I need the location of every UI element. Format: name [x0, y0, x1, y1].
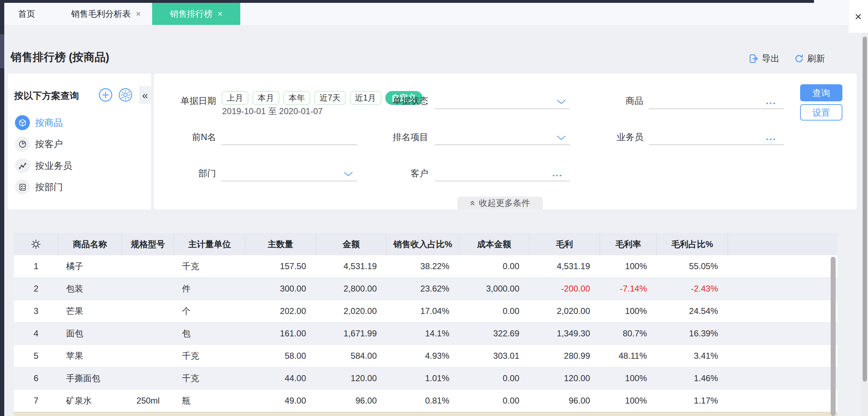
table-row[interactable]: 1橘子千克157.504,531.1938.22%0.004,531.19100… — [14, 255, 837, 278]
cell-unit: 瓶 — [174, 390, 245, 412]
date-preset-pill[interactable]: 本年 — [283, 91, 310, 105]
sidebar-collapse-icon[interactable]: « — [139, 86, 151, 104]
cell-spec — [122, 278, 174, 300]
salesman-picker[interactable]: ••• — [649, 129, 784, 145]
tab-close-icon[interactable]: × — [218, 9, 223, 19]
window-scrollbar-thumb[interactable] — [863, 37, 867, 382]
settings-button[interactable]: 设置 — [800, 104, 842, 121]
chevron-down-icon[interactable] — [344, 172, 353, 176]
pie-icon — [15, 137, 30, 151]
cell-revenue_pct: 14.1% — [387, 322, 459, 345]
chevron-down-icon[interactable] — [557, 100, 566, 104]
page-title: 销售排行榜 (按商品) — [11, 50, 109, 65]
column-header[interactable]: 商品名称 — [58, 233, 122, 255]
tab-gross-profit-analysis[interactable]: 销售毛利分析表 × — [58, 3, 154, 25]
column-header[interactable]: 主计量单位 — [174, 233, 245, 255]
tab-home[interactable]: 首页 — [7, 3, 46, 25]
date-label: 单据日期 — [154, 95, 216, 107]
cell-rank: 2 — [14, 278, 58, 300]
sidebar-item-by-salesman[interactable]: 按业务员 — [15, 158, 72, 174]
sidebar-item-by-customer[interactable]: 按客户 — [15, 136, 63, 152]
date-preset-pill[interactable]: 本月 — [252, 91, 279, 105]
cell-qty: 49.00 — [245, 390, 316, 412]
ellipsis-picker-icon[interactable]: ••• — [552, 172, 563, 179]
cell-revenue_pct: 0.81% — [387, 390, 459, 412]
date-preset-pill[interactable]: 近7天 — [314, 91, 346, 105]
cell-profit_rate: 100% — [600, 300, 657, 322]
column-header[interactable]: 毛利占比% — [657, 233, 728, 255]
cell-amount: 584.00 — [316, 345, 387, 367]
cell-spec — [122, 345, 174, 367]
cell-cost: 3,000.00 — [459, 278, 529, 300]
product-label: 商品 — [604, 95, 643, 107]
cell-cost: 0.00 — [459, 255, 529, 277]
refresh-button[interactable]: 刷新 — [794, 53, 825, 64]
cell-unit: 个 — [174, 300, 245, 322]
column-header[interactable]: 毛利 — [529, 233, 600, 255]
date-preset-pill[interactable]: 上月 — [221, 91, 248, 105]
cell-profit: -200.00 — [529, 278, 600, 300]
add-scheme-button[interactable] — [98, 88, 113, 102]
app-root: 首页 销售毛利分析表 × 销售排行榜 × × 销售排行榜 (按商品) 导出 刷新… — [0, 0, 868, 416]
cell-spec — [122, 255, 174, 277]
cell-profit_pct: 16.39% — [657, 322, 728, 345]
cell-profit_pct: 1.46% — [657, 367, 728, 389]
cell-spec — [122, 367, 174, 389]
table-row[interactable]: 6手撕面包千克44.00120.001.01%0.00120.00100%1.4… — [14, 367, 837, 390]
column-header[interactable]: 成本金额 — [459, 233, 529, 255]
tab-label: 销售排行榜 — [170, 8, 213, 20]
table-settings-gear-icon[interactable] — [14, 233, 58, 255]
cube-icon — [15, 115, 30, 130]
sidebar-item-by-dept[interactable]: 按部门 — [15, 179, 63, 195]
topn-input[interactable] — [221, 129, 357, 145]
cell-profit_rate: -7.14% — [600, 278, 657, 300]
refresh-icon — [794, 54, 804, 64]
status-select[interactable] — [435, 93, 570, 109]
window-close-button[interactable]: × — [848, 0, 868, 33]
ellipsis-picker-icon[interactable]: ••• — [766, 100, 777, 107]
dept-select[interactable] — [221, 165, 357, 181]
query-button[interactable]: 查询 — [800, 84, 842, 101]
sidebar-item-label: 按业务员 — [35, 160, 72, 172]
sidebar-item-label: 按商品 — [35, 117, 63, 129]
customer-picker[interactable]: ••• — [435, 165, 570, 181]
cell-spec — [122, 322, 174, 345]
tab-label: 销售毛利分析表 — [71, 8, 131, 20]
refresh-label: 刷新 — [807, 53, 825, 64]
table-row[interactable]: 7矿泉水250ml瓶49.0096.000.81%0.0096.00100%1.… — [14, 390, 837, 412]
column-header[interactable]: 金额 — [316, 233, 387, 255]
cell-amount: 2,800.00 — [316, 278, 387, 300]
cell-empty — [728, 255, 837, 277]
scheme-settings-gear-icon[interactable] — [118, 88, 133, 102]
ellipsis-picker-icon[interactable]: ••• — [766, 136, 777, 143]
tab-close-icon[interactable]: × — [136, 9, 141, 19]
collapse-label: 收起更多条件 — [479, 197, 530, 209]
table-scrollbar-thumb[interactable] — [831, 257, 836, 416]
column-header[interactable]: 规格型号 — [122, 233, 174, 255]
column-header[interactable]: 销售收入占比% — [387, 233, 459, 255]
cell-qty: 157.50 — [245, 255, 316, 277]
column-header[interactable]: 主数量 — [245, 233, 316, 255]
table-row[interactable]: 3芒果个202.002,020.0017.04%0.002,020.00100%… — [14, 300, 837, 322]
table-row[interactable]: 5苹果千克58.00584.004.93%303.01280.9948.11%3… — [14, 345, 837, 367]
sidebar-item-by-product[interactable]: 按商品 — [15, 115, 63, 130]
tab-sales-ranking[interactable]: 销售排行榜 × — [152, 3, 240, 25]
rank-item-select[interactable] — [435, 129, 570, 145]
export-icon — [749, 54, 759, 64]
chevron-down-icon[interactable] — [557, 135, 566, 140]
column-header[interactable]: 毛利率 — [600, 233, 657, 255]
product-picker[interactable]: ••• — [649, 93, 784, 109]
cell-profit_rate: 100% — [600, 367, 657, 389]
table-row[interactable]: 4面包包161.001,671.9914.1%322.691,349.3080.… — [14, 322, 837, 345]
collapse-more-conditions[interactable]: « 收起更多条件 — [457, 197, 543, 209]
export-button[interactable]: 导出 — [749, 53, 779, 64]
cell-qty: 44.00 — [245, 367, 316, 389]
table-row[interactable]: 2包装件300.002,800.0023.62%3,000.00-200.00-… — [14, 278, 837, 300]
cell-empty — [728, 322, 837, 345]
cell-empty — [728, 278, 837, 300]
cell-unit: 千克 — [174, 345, 245, 367]
cell-cost: 303.01 — [459, 345, 529, 367]
cell-amount: 120.00 — [316, 367, 387, 389]
cell-name: 矿泉水 — [58, 390, 122, 412]
cell-revenue_pct: 23.62% — [387, 278, 459, 300]
